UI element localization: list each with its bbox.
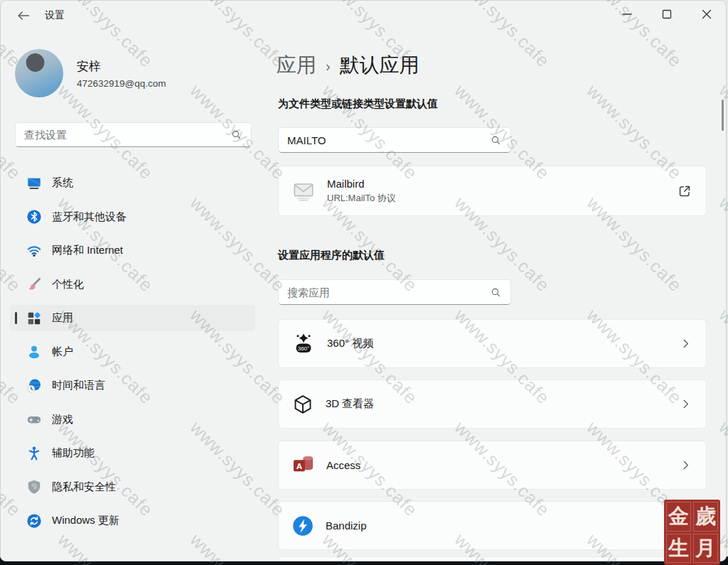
app-defaults-section-label: 设置应用程序的默认值 bbox=[278, 249, 385, 262]
app-name: Bandizip bbox=[326, 520, 367, 532]
close-button[interactable] bbox=[690, 1, 723, 28]
personalization-icon bbox=[26, 276, 42, 292]
chevron-right-icon bbox=[679, 458, 692, 472]
sidebar-item-label: 系统 bbox=[52, 176, 73, 190]
sidebar-item-label: 应用 bbox=[52, 311, 73, 325]
breadcrumb-separator-icon: › bbox=[326, 57, 331, 75]
sidebar-item-personalization[interactable]: 个性化 bbox=[10, 271, 255, 298]
close-icon bbox=[699, 6, 714, 22]
gaming-icon bbox=[26, 411, 42, 427]
sidebar-item-label: 蓝牙和其他设备 bbox=[52, 210, 127, 224]
time-language-icon bbox=[26, 378, 42, 394]
accessibility-icon bbox=[26, 446, 42, 461]
sidebar-item-apps[interactable]: 应用 bbox=[10, 305, 255, 331]
sidebar-item-label: Windows 更新 bbox=[52, 514, 119, 527]
back-arrow-icon bbox=[16, 8, 31, 23]
user-name: 安梓 bbox=[77, 58, 166, 75]
minimize-icon bbox=[619, 6, 635, 22]
sidebar-item-label: 网络和 Internet bbox=[52, 244, 123, 257]
file-type-section-label: 为文件类型或链接类型设置默认值 bbox=[278, 97, 438, 111]
search-icon bbox=[490, 134, 502, 146]
maximize-button[interactable] bbox=[651, 1, 683, 28]
privacy-shield-icon bbox=[26, 479, 42, 495]
mailto-result-card[interactable]: Mailbird URL:MailTo 协议 bbox=[278, 166, 707, 216]
user-email: 472632919@qq.com bbox=[77, 78, 166, 89]
sidebar-item-system[interactable]: 系统 bbox=[10, 170, 255, 196]
chevron-right-icon bbox=[679, 397, 692, 411]
sidebar-item-label: 辅助功能 bbox=[52, 446, 95, 460]
svg-text:360°: 360° bbox=[298, 345, 310, 351]
app-search-box bbox=[278, 279, 511, 305]
sidebar-item-label: 个性化 bbox=[52, 278, 84, 291]
minimize-button[interactable] bbox=[611, 1, 643, 28]
app-row-access[interactable]: A Access bbox=[278, 441, 707, 490]
sidebar-item-bluetooth[interactable]: 蓝牙和其他设备 bbox=[10, 204, 255, 230]
sidebar-item-windows-update[interactable]: Windows 更新 bbox=[10, 507, 255, 534]
avatar bbox=[15, 49, 63, 97]
mail-icon bbox=[292, 180, 315, 203]
window-title: 设置 bbox=[45, 9, 65, 22]
chevron-right-icon bbox=[679, 519, 692, 532]
search-icon bbox=[490, 286, 502, 298]
bandizip-icon bbox=[292, 515, 314, 537]
search-icon bbox=[230, 129, 242, 141]
cube-icon bbox=[292, 394, 314, 415]
breadcrumb: 应用 › 默认应用 bbox=[277, 52, 419, 79]
sidebar-item-label: 隐私和安全性 bbox=[52, 480, 116, 494]
app-row-360-video[interactable]: 360° 360° 视频 bbox=[278, 319, 707, 368]
system-icon bbox=[26, 176, 42, 191]
bluetooth-icon bbox=[26, 209, 42, 225]
scrollbar[interactable] bbox=[722, 99, 724, 131]
app-row-partial[interactable] bbox=[278, 556, 707, 561]
chevron-right-icon bbox=[679, 337, 692, 350]
access-icon: A bbox=[292, 454, 314, 476]
sidebar-nav: 系统 蓝牙和其他设备 网络和 Internet 个性化 应用 bbox=[10, 170, 255, 542]
file-type-search-box bbox=[278, 127, 511, 153]
svg-text:A: A bbox=[296, 461, 303, 470]
sidebar-item-time-language[interactable]: 时间和语言 bbox=[10, 372, 255, 399]
sidebar-item-label: 游戏 bbox=[52, 413, 73, 426]
apps-icon bbox=[26, 311, 42, 326]
app-row-3d-viewer[interactable]: 3D 查看器 bbox=[278, 380, 707, 429]
back-button[interactable] bbox=[12, 6, 35, 25]
sidebar-item-gaming[interactable]: 游戏 bbox=[10, 407, 255, 433]
default-app-description: URL:MailTo 协议 bbox=[327, 192, 396, 205]
app-name: Access bbox=[326, 459, 360, 471]
sidebar-item-accessibility[interactable]: 辅助功能 bbox=[10, 440, 255, 466]
file-type-search-input[interactable] bbox=[279, 128, 490, 152]
external-link-icon[interactable] bbox=[677, 183, 692, 199]
default-app-name: Mailbird bbox=[327, 178, 396, 190]
page-title: 默认应用 bbox=[340, 52, 419, 79]
settings-search-input[interactable] bbox=[16, 123, 230, 146]
settings-window: 设置 安梓 472632919@qq.com bbox=[0, 0, 727, 561]
window-controls bbox=[611, 1, 723, 29]
accounts-icon bbox=[26, 344, 42, 360]
app-name: 3D 查看器 bbox=[326, 397, 374, 411]
sidebar-item-accounts[interactable]: 帐户 bbox=[10, 339, 255, 365]
user-profile[interactable]: 安梓 472632919@qq.com bbox=[15, 49, 166, 97]
settings-search-box bbox=[15, 122, 252, 147]
network-icon bbox=[26, 243, 42, 259]
titlebar: 设置 bbox=[1, 1, 726, 29]
sidebar-item-network[interactable]: 网络和 Internet bbox=[10, 237, 255, 264]
breadcrumb-parent[interactable]: 应用 bbox=[277, 52, 316, 79]
sidebar-item-privacy[interactable]: 隐私和安全性 bbox=[10, 474, 255, 500]
maximize-icon bbox=[659, 6, 675, 22]
app-name: 360° 视频 bbox=[327, 337, 373, 350]
windows-update-icon bbox=[26, 513, 42, 529]
sidebar-item-label: 帐户 bbox=[52, 345, 73, 359]
sidebar-item-label: 时间和语言 bbox=[52, 379, 105, 392]
app-row-bandizip[interactable]: Bandizip bbox=[278, 501, 707, 550]
app-search-input[interactable] bbox=[279, 280, 490, 304]
app-360-icon: 360° bbox=[292, 333, 315, 355]
